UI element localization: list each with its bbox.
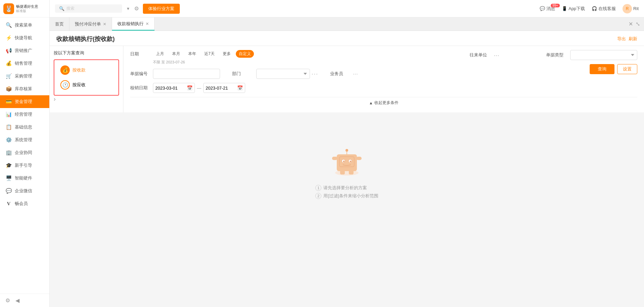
tabbar-actions: ✕ ⤡ [629,21,644,27]
verify-date-start-input[interactable] [155,86,185,91]
trial-btn[interactable]: 体验行业方案 [143,4,180,14]
app-logo-icon: 🐰 [3,3,14,14]
tab-receivable-write-off[interactable]: 收款核销执行 ✕ [112,17,155,31]
app-edition: 标准版 [16,9,38,13]
page-actions: 导出 刷新 [617,36,637,42]
doc-no-label: 单据编号 [130,71,149,77]
verify-date-end-input[interactable] [206,86,236,91]
svg-rect-9 [332,157,337,160]
partner-input-dots[interactable]: ··· [494,51,499,59]
sidebar-item-system[interactable]: ⚙️ 系统管理 [0,134,49,146]
user-info[interactable]: R Rit [623,4,639,13]
topbar-dropdown-arrow[interactable]: ▼ [126,6,130,11]
sidebar-item-quick-nav[interactable]: ⚡ 快捷导航 [0,32,49,44]
filter-partner-row: 往来单位 ··· 单据类型 [470,50,637,60]
empty-tips: 1 请先选择要分析的方案 2 用[过滤]条件来缩小分析范围 [315,185,378,201]
tab-close-all-icon[interactable]: ✕ [629,21,633,27]
purchase-icon: 🛒 [5,73,12,79]
sidebar-item-operation[interactable]: 📊 经营管理 [0,108,49,121]
finance-icon: 💳 [5,99,12,105]
app-name: 畅捷通好生意 [16,4,38,9]
sidebar-item-sales[interactable]: 💰 销售管理 [0,57,49,70]
by-receipt-icon: 💰 [60,65,70,75]
sidebar-item-member[interactable]: V 畅会员 [0,197,49,210]
verify-date-end-wrap: 📅 [203,83,245,93]
export-btn[interactable]: 导出 [617,36,626,42]
dept-dropdown-icon[interactable]: ⋯ [311,70,318,77]
date-label: 日期 [130,51,149,57]
sidebar-settings-icon[interactable]: ⚙ [5,297,10,304]
inventory-icon: 📦 [5,86,12,92]
page-header: 收款核销执行(按收款) 导出 刷新 [50,31,644,46]
search-icon: 🔍 [59,6,64,11]
sidebar-item-finance[interactable]: 💳 资金管理 [0,95,49,108]
guide-icon: 🎓 [5,162,12,168]
sidebar-item-marketing[interactable]: 📢 营销推广 [0,44,49,57]
query-item-by-receipt[interactable]: 💰 按收款 [57,63,116,78]
setting-btn[interactable]: 设置 [617,64,637,74]
collapse-more-btn[interactable]: ▲ 收起更多条件 [130,97,637,108]
user-avatar: R [623,4,632,13]
date-btn-more[interactable]: 更多 [220,50,234,58]
sidebar-item-hardware[interactable]: 🖥️ 智能硬件 [0,172,49,185]
topbar: 🔍 搜索 ▼ ⚙ 体验行业方案 💬 消息 99+ 📱 App下载 🎧 在线客服 … [50,0,644,17]
svg-rect-11 [340,170,345,174]
tab-home[interactable]: 首页 [50,17,69,31]
sidebar-nav: 🔍 搜索菜单 ⚡ 快捷导航 📢 营销推广 💰 销售管理 🛒 采购管理 📦 库存核… [0,17,49,294]
filter-area: 按以下方案查询 💰 按收款 🕐 按应收 › [50,46,644,112]
main-content: 🔍 搜索 ▼ ⚙ 体验行业方案 💬 消息 99+ 📱 App下载 🎧 在线客服 … [50,0,644,307]
operation-icon: 📊 [5,111,12,117]
query-panel: 按以下方案查询 💰 按收款 🕐 按应收 › [50,46,123,112]
date-btn-this-year[interactable]: 本年 [185,50,199,58]
sidebar-item-inventory[interactable]: 📦 库存核算 [0,83,49,95]
sidebar-item-enterprise[interactable]: 🏢 企业协同 [0,146,49,159]
online-service[interactable]: 🎧 在线客服 [592,6,616,12]
app-icon: 📱 [562,6,567,11]
topbar-search[interactable]: 🔍 搜索 [55,4,122,13]
message-badge[interactable]: 💬 消息 99+ [540,6,555,12]
query-item-by-receivable[interactable]: 🕐 按应收 [57,78,116,92]
enterprise-icon: 🏢 [5,150,12,156]
tab-expand-icon[interactable]: ⤡ [636,21,640,27]
topbar-gear-icon[interactable]: ⚙ [134,5,139,12]
staff-label: 业务员 [330,71,349,77]
tab-prepay[interactable]: 预付冲应付单 ✕ [69,17,112,31]
sidebar-logo: 🐰 畅捷通好生意 标准版 [0,0,49,17]
sidebar-collapse-icon[interactable]: ◀ [15,297,19,304]
by-receivable-icon: 🕐 [60,80,70,90]
svg-point-5 [343,161,345,162]
sidebar-item-search-menu[interactable]: 🔍 搜索菜单 [0,19,49,32]
collapse-up-icon: ▲ [369,101,373,105]
date-btn-custom[interactable]: 自定义 [236,50,254,58]
doc-no-input[interactable] [153,69,220,79]
query-panel-box: 💰 按收款 🕐 按应收 [54,59,119,96]
empty-illustration [327,139,367,180]
empty-state: 1 请先选择要分析的方案 2 用[过滤]条件来缩小分析范围 [50,112,644,228]
tab-receivable-close[interactable]: ✕ [146,21,149,26]
verify-date-start-cal-icon[interactable]: 📅 [187,85,193,91]
panel-collapse-arrow[interactable]: › [54,96,56,102]
date-btn-this-month[interactable]: 本月 [169,50,183,58]
date-btn-last-7-days[interactable]: 近7天 [201,50,218,58]
verify-date-end-cal-icon[interactable]: 📅 [237,85,243,91]
query-btn[interactable]: 查询 [590,64,614,74]
date-range-dash: — [197,86,201,91]
doc-type-select[interactable] [570,50,637,60]
verify-date-start-wrap: 📅 [153,83,195,93]
dept-select[interactable] [256,69,310,79]
refresh-btn[interactable]: 刷新 [629,36,637,42]
tab-prepay-close[interactable]: ✕ [103,22,106,27]
sidebar-item-purchase[interactable]: 🛒 采购管理 [0,70,49,83]
sidebar-item-wechat[interactable]: 💬 企业微信 [0,185,49,197]
sidebar-item-basic[interactable]: 📋 基础信息 [0,121,49,134]
staff-input-dots[interactable]: ··· [353,70,358,78]
topbar-right: 💬 消息 99+ 📱 App下载 🎧 在线客服 R Rit [540,4,639,13]
app-download[interactable]: 📱 App下载 [562,6,585,12]
system-icon: ⚙️ [5,137,12,143]
query-panel-title: 按以下方案查询 [54,50,119,56]
sidebar-item-guide[interactable]: 🎓 新手引导 [0,159,49,172]
message-icon: 💬 [540,6,545,11]
hardware-icon: 🖥️ [5,175,12,181]
date-btn-last-month[interactable]: 上月 [153,50,167,58]
service-icon: 🎧 [592,6,597,11]
